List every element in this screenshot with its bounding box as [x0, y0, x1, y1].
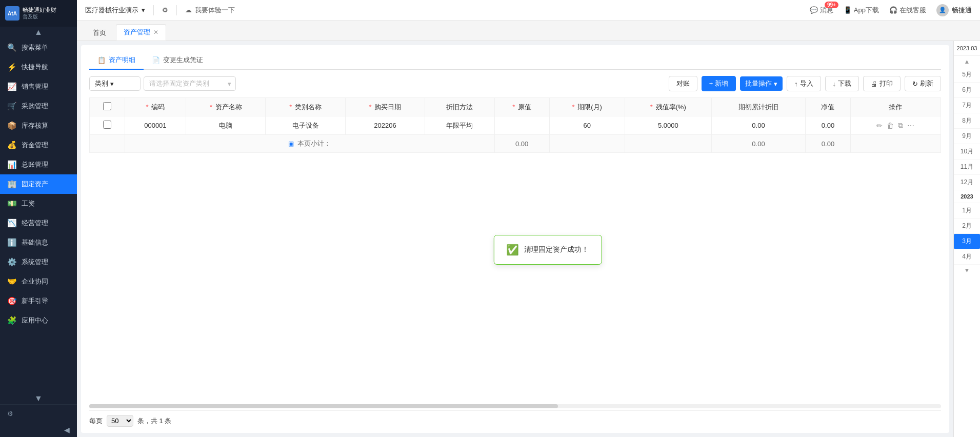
sidebar-collapse-button[interactable]: ◀ — [0, 423, 77, 437]
print-button[interactable]: 🖨 打印 — [863, 76, 901, 91]
refresh-button[interactable]: ↻ 刷新 — [905, 76, 941, 91]
table-scrollbar-thumb — [89, 404, 558, 408]
sidebar: AtA 畅捷通好业财 普及版 ▲ 🔍 搜索菜单 ⚡ 快捷导航 📈 销售管理 🛒 … — [0, 0, 77, 437]
content-area: 📋 资产明细 📄 变更生成凭证 类别 ▾ — [77, 41, 980, 437]
app-version: 普及版 — [23, 13, 56, 21]
subtotal-icon: ▣ — [288, 140, 294, 147]
timeline-month-11[interactable]: 11月 — [954, 160, 980, 175]
sidebar-settings[interactable]: ⚙ — [0, 404, 77, 423]
table-wrapper: * 编码 * 资产名称 * 类别名称 — [89, 97, 941, 402]
sub-tab-asset-detail[interactable]: 📋 资产明细 — [89, 51, 144, 70]
sidebar-logo: AtA — [5, 6, 19, 21]
online-service-label: 在线客服 — [899, 6, 926, 15]
reconcile-button[interactable]: 对账 — [669, 76, 697, 91]
sidebar-item-system[interactable]: ⚙️ 系统管理 — [0, 252, 77, 272]
change-voucher-label: 变更生成凭证 — [163, 55, 203, 65]
sidebar-item-label: 企业协同 — [22, 277, 48, 286]
timeline-month-1[interactable]: 1月 — [954, 203, 980, 218]
chevron-down-icon: ▾ — [142, 6, 145, 14]
new-button[interactable]: + 新增 — [702, 76, 736, 91]
sidebar-item-label: 库存核算 — [22, 121, 48, 130]
sidebar-scroll-up[interactable]: ▲ — [0, 27, 77, 38]
timeline-month-6[interactable]: 6月 — [954, 83, 980, 98]
right-panel-down-arrow[interactable]: ▼ — [964, 265, 970, 276]
sidebar-item-label: 经营管理 — [22, 218, 48, 228]
sub-tab-change-voucher[interactable]: 📄 变更生成凭证 — [144, 51, 211, 70]
copy-icon[interactable]: ⧉ — [898, 121, 903, 130]
table-scrollbar[interactable] — [89, 404, 941, 408]
sidebar-item-quicknav[interactable]: ⚡ 快捷导航 — [0, 57, 77, 77]
sidebar-item-search[interactable]: 🔍 搜索菜单 — [0, 38, 77, 57]
company-selector[interactable]: 医疗器械行业演示 ▾ — [85, 6, 145, 15]
sidebar-item-tutorial[interactable]: 🎯 新手引导 — [0, 291, 77, 311]
download-icon: ↓ — [833, 80, 836, 88]
col-net-value: 净值 — [806, 98, 850, 116]
batch-ops-button[interactable]: 批量操作 ▾ — [740, 76, 783, 91]
timeline-month-3-current[interactable]: 3月 — [954, 234, 980, 249]
category-dropdown-input[interactable]: 请选择固定资产类别 ▾ — [144, 76, 236, 91]
timeline-month-9[interactable]: 9月 — [954, 129, 980, 144]
sidebar-item-label: 采购管理 — [22, 102, 48, 111]
experience-button[interactable]: ☁ 我要体验一下 — [185, 6, 235, 15]
category-select[interactable]: 类别 ▾ — [89, 76, 141, 91]
system-icon: ⚙️ — [7, 257, 16, 267]
per-page-select[interactable]: 50 100 200 — [107, 415, 133, 427]
messages-button[interactable]: 💬 消息 99+ — [810, 6, 833, 15]
settings-button[interactable]: ⚙ — [162, 6, 168, 14]
asset-tab-label: 资产管理 — [124, 28, 150, 37]
sidebar-item-finance[interactable]: 💰 资金管理 — [0, 135, 77, 155]
user-menu[interactable]: 👤 畅捷通 — [936, 4, 972, 16]
sidebar-item-management[interactable]: 📉 经营管理 — [0, 213, 77, 233]
timeline-month-2[interactable]: 2月 — [954, 218, 980, 234]
pagination-bar: 每页 50 100 200 条，共 1 条 — [89, 410, 941, 427]
timeline-month-4[interactable]: 4月 — [954, 249, 980, 265]
tab-close-icon[interactable]: ✕ — [153, 29, 158, 36]
sidebar-item-collab[interactable]: 🤝 企业协同 — [0, 272, 77, 291]
timeline-month-7[interactable]: 7月 — [954, 98, 980, 113]
management-icon: 📉 — [7, 218, 16, 228]
tab-asset-management[interactable]: 资产管理 ✕ — [116, 24, 166, 41]
sidebar-item-label: 资金管理 — [22, 141, 48, 150]
sidebar-item-inventory[interactable]: 📦 库存核算 — [0, 116, 77, 135]
main-area: 医疗器械行业演示 ▾ ⚙ ☁ 我要体验一下 💬 消息 99+ 📱 App下载 🎧 — [77, 0, 980, 437]
sidebar-item-sales[interactable]: 📈 销售管理 — [0, 77, 77, 96]
timeline-month-10[interactable]: 10月 — [954, 144, 980, 160]
delete-icon[interactable]: 🗑 — [887, 122, 894, 130]
more-icon[interactable]: ⋯ — [907, 122, 914, 130]
col-period: * 期限(月) — [549, 98, 625, 116]
sidebar-item-appcenter[interactable]: 🧩 应用中心 — [0, 311, 77, 330]
timeline-month-5[interactable]: 5月 — [954, 67, 980, 83]
select-all-checkbox[interactable] — [103, 102, 111, 110]
app-download-button[interactable]: 📱 App下载 — [844, 6, 879, 15]
row-code: 000001 — [125, 116, 186, 135]
timeline-month-8[interactable]: 8月 — [954, 113, 980, 129]
right-panel-up-arrow[interactable]: ▲ — [964, 56, 970, 67]
sidebar-item-basicinfo[interactable]: ℹ️ 基础信息 — [0, 233, 77, 252]
salary-icon: 💵 — [7, 199, 16, 208]
topbar-divider — [153, 5, 154, 15]
app-download-label: App下载 — [854, 6, 879, 15]
sidebar-item-salary[interactable]: 💵 工资 — [0, 194, 77, 213]
col-name: * 资产名称 — [186, 98, 266, 116]
sidebar-scroll-down[interactable]: ▼ — [0, 393, 77, 404]
import-button[interactable]: ↑ 导入 — [787, 76, 821, 91]
online-service-button[interactable]: 🎧 在线客服 — [889, 6, 926, 15]
sidebar-item-purchase[interactable]: 🛒 采购管理 — [0, 96, 77, 116]
download-button[interactable]: ↓ 下载 — [825, 76, 859, 91]
timeline-month-12[interactable]: 12月 — [954, 175, 980, 190]
batch-ops-label: 批量操作 — [745, 79, 772, 88]
topbar-right: 💬 消息 99+ 📱 App下载 🎧 在线客服 👤 畅捷通 — [810, 4, 972, 16]
right-panel: 2023.03 ▲ 5月 6月 7月 8月 9月 10月 11月 12月 202… — [953, 41, 980, 437]
ledger-icon: 📊 — [7, 160, 16, 169]
subtotal-net-value: 0.00 — [806, 135, 850, 153]
topbar-divider2 — [176, 5, 177, 15]
edit-icon[interactable]: ✏ — [876, 122, 883, 130]
sidebar-item-ledger[interactable]: 📊 总账管理 — [0, 155, 77, 174]
toolbar: 类别 ▾ 请选择固定资产类别 ▾ 对账 + 新增 批量操作 ▾ — [89, 76, 941, 91]
asset-detail-icon: 📋 — [97, 56, 106, 64]
sidebar-item-fixed-assets[interactable]: 🏢 固定资产 — [0, 174, 77, 194]
dropdown-arrow-icon: ▾ — [228, 80, 231, 88]
tab-home[interactable]: 首页 — [85, 24, 114, 41]
row-name: 电脑 — [186, 116, 266, 135]
row-checkbox[interactable] — [103, 121, 111, 129]
